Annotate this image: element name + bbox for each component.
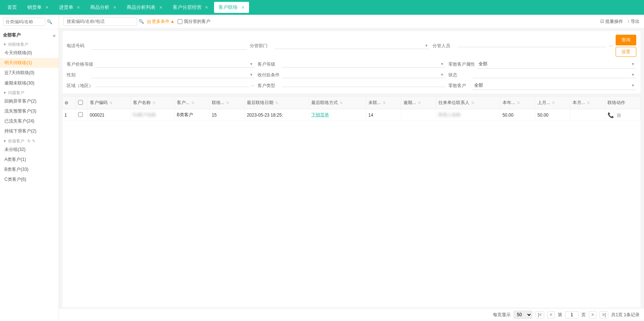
data-table-wrapper: ⚙ 客户编码 ⇅ 客户名称 ⇅ [62, 96, 641, 308]
area-dots-icon[interactable]: ··· [251, 83, 255, 88]
main-layout: 🔍 全部客户 « ▼ 待联络客户 今天待联络(0) 明天待联络(1) 近7天待联… [0, 15, 644, 321]
status-select[interactable]: ▼ [473, 72, 636, 78]
close-purchase-icon[interactable]: ✕ [77, 5, 80, 10]
bulk-op-label: 批量操作 [605, 18, 623, 25]
manager-dots-icon[interactable]: ··· [609, 43, 613, 48]
gender-select[interactable]: ▼ [91, 72, 255, 78]
area-input[interactable] [95, 84, 249, 87]
th-unlinked: 未联... ⇅ [366, 97, 401, 109]
sidebar-item-7days[interactable]: 近7天待联络(0) [0, 68, 59, 78]
nav-home[interactable]: 首页 [3, 2, 21, 13]
total-info: 共1页 1条记录 [611, 312, 640, 318]
per-page-select[interactable]: 50 20 100 [514, 311, 532, 319]
sidebar-item-tomorrow[interactable]: 明天待联络(1) [0, 58, 59, 68]
filter-customer-level: 客户等级 ▼ [258, 61, 445, 68]
sidebar-item-churned[interactable]: 已流失客户(24) [0, 116, 59, 126]
sidebar-item-abnormal[interactable]: 回购异常客户(2) [0, 96, 59, 106]
nav-product-analysis-list[interactable]: 商品分析列表 ✕ [122, 2, 167, 13]
price-level-arrow-icon: ▼ [249, 62, 253, 66]
sidebar-item-today[interactable]: 今天待联络(0) [0, 48, 59, 58]
per-page-label: 每页显示 [493, 312, 511, 318]
retail-customer-select[interactable]: 全部 ▼ [473, 81, 636, 90]
problem-customer-label: 问题客户 [8, 90, 24, 96]
nav-customer-contact[interactable]: 客户联络 ✕ [214, 2, 249, 13]
page-number-input[interactable] [565, 311, 578, 318]
value-arrow-icon: ▼ [3, 139, 7, 143]
set-button[interactable]: 设置 [616, 47, 636, 57]
toolbar-search-icon[interactable]: 🔍 [139, 19, 144, 24]
value-edit-icon[interactable]: ✎ [32, 139, 35, 144]
gender-label: 性别 [67, 72, 89, 78]
dept-select[interactable]: ▼ [274, 42, 430, 49]
overdue-sort-icon: ⇅ [418, 101, 421, 105]
sidebar-item-declining[interactable]: 持续下滑客户(2) [0, 126, 59, 136]
sidebar-search-icon[interactable]: 🔍 [47, 19, 52, 24]
export-button[interactable]: ↑ 导出 [627, 18, 640, 25]
filter-payment: 收付款条件 ▼ [258, 72, 445, 78]
search-input[interactable] [63, 17, 137, 26]
top-nav: 首页 销货单 ✕ 进货单 ✕ 商品分析 ✕ 商品分析列表 ✕ 客户分层经营 ✕ … [0, 0, 644, 15]
more-filter-button[interactable]: ⊟ 更多条件 ▲ [147, 18, 175, 25]
retail-attr-select[interactable]: 全部 ▼ [477, 60, 636, 69]
filter-area: 区域（地区） ··· [67, 83, 255, 89]
customer-level-select[interactable]: ▼ [282, 61, 445, 68]
td-last-method: 下销货单 [309, 109, 366, 121]
row-checkbox[interactable] [78, 112, 83, 117]
phone-input[interactable] [91, 42, 247, 50]
td-contact-count: 15 [209, 109, 244, 121]
select-all-checkbox[interactable] [78, 100, 83, 105]
settings-icon[interactable]: ⚙ [64, 100, 69, 106]
filter-row-3: 性别 ▼ 收付款条件 ▼ 状态 [67, 72, 636, 78]
my-customer-checkbox[interactable] [178, 19, 182, 24]
sidebar-item-churn-warning[interactable]: 流失预警客户(3) [0, 106, 59, 116]
sidebar-item-c-class[interactable]: C类客户(6) [0, 175, 59, 184]
nav-purchase[interactable]: 进货单 ✕ [55, 2, 85, 13]
nav-customer-segment[interactable]: 客户分层经营 ✕ [168, 2, 213, 13]
th-action: 联络动作 [605, 97, 640, 109]
close-sales-icon[interactable]: ✕ [45, 5, 49, 10]
first-page-button[interactable]: |< [535, 311, 544, 318]
nav-product-analysis[interactable]: 商品分析 ✕ [86, 2, 121, 13]
next-page-button[interactable]: > [589, 311, 596, 318]
customer-name-blurred: Ea客户名称 [133, 112, 156, 117]
close-product-analysis-icon[interactable]: ✕ [113, 5, 116, 10]
payment-select[interactable]: ▼ [282, 72, 445, 78]
bulk-op-button[interactable]: ☑ 批量操作 [600, 18, 623, 25]
td-seq: 1 [62, 109, 76, 121]
my-customer-checkbox-label[interactable]: 我分管的客户 [178, 18, 210, 25]
prev-page-button[interactable]: < [547, 311, 555, 318]
th-last-month-label: 上月... [538, 100, 550, 105]
close-product-list-icon[interactable]: ✕ [159, 5, 162, 10]
retail-attr-label: 零散客户属性 [448, 61, 475, 68]
sidebar-item-overdue[interactable]: 逾期未联络(30) [0, 78, 59, 88]
sidebar-item-a-class[interactable]: A类客户(1) [0, 155, 59, 165]
filter-manager: 分管人员 ··· [433, 43, 613, 49]
area-label: 区域（地区） [67, 83, 93, 89]
price-level-select[interactable]: ▼ [95, 61, 255, 68]
more-action-icon[interactable]: ⊞ [617, 112, 621, 118]
collapse-icon[interactable]: « [53, 32, 56, 38]
close-contact-icon[interactable]: ✕ [241, 5, 245, 10]
query-button[interactable]: 查询 [616, 35, 636, 45]
manager-input[interactable] [457, 45, 607, 47]
close-segment-icon[interactable]: ✕ [205, 5, 208, 10]
sidebar-item-ungroup[interactable]: 未分组(32) [0, 145, 59, 155]
dept-select-arrow-icon: ▼ [424, 44, 428, 48]
customer-table: ⚙ 客户编码 ⇅ 客户名称 ⇅ [62, 97, 641, 121]
type-sort-icon: ⇅ [191, 101, 194, 105]
td-this-year: 50.00 [500, 109, 535, 121]
last-month-sort-icon: ⇅ [552, 101, 555, 105]
phone-action-icon[interactable]: 📞 [608, 112, 614, 118]
last-page-button[interactable]: >| [599, 311, 608, 318]
sidebar-item-b-class[interactable]: B类客户(33) [0, 165, 59, 175]
retail-customer-label: 零散客户 [448, 83, 470, 89]
filter-expand-icon: ▲ [170, 19, 175, 24]
nav-sales[interactable]: 销货单 ✕ [23, 2, 53, 13]
retail-attr-arrow-icon: ▼ [631, 62, 635, 66]
sidebar-search-input[interactable] [3, 18, 45, 26]
customer-type-select[interactable] [282, 84, 445, 87]
last-method-link[interactable]: 下销货单 [311, 112, 329, 117]
value-refresh-icon[interactable]: ↻ [27, 139, 31, 144]
phone-label: 电话号码 [67, 43, 89, 49]
td-name: Ea客户名称 [130, 109, 174, 121]
